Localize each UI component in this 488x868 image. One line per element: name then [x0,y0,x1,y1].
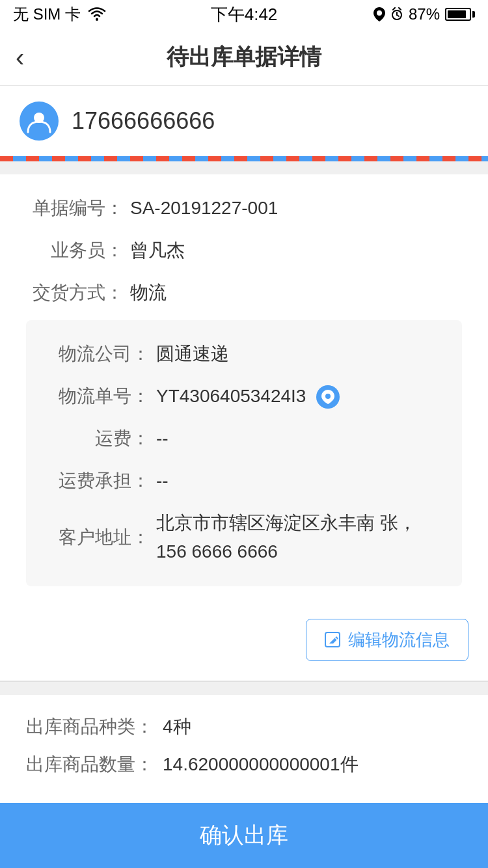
product-types-row: 出库商品种类： 4种 [26,714,462,739]
order-number-row: 单据编号： SA-20191227-001 [26,194,462,223]
delivery-method-value: 物流 [130,278,462,308]
freight-row: 运费： -- [52,424,436,454]
delivery-method-row: 交货方式： 物流 [26,278,462,308]
svg-point-1 [377,10,382,16]
order-info-section: 单据编号： SA-20191227-001 业务员： 曾凡杰 交货方式： 物流 … [0,174,488,606]
edit-btn-label: 编辑物流信息 [348,629,450,651]
svg-line-6 [399,8,401,10]
tracking-number-text: YT43064053424I3 [156,382,306,411]
status-bar: 无 SIM 卡 下午4:42 87% [0,0,488,29]
location-status-icon [373,7,385,21]
delivery-method-label: 交货方式： [26,278,124,308]
tracking-number-row: 物流单号： YT43064053424I3 [52,382,436,411]
address-row: 客户地址： 北京市市辖区海淀区永丰南 张，156 6666 6666 [52,509,436,567]
section-divider [0,681,488,682]
back-button[interactable]: ‹ [16,44,24,70]
track-location-button[interactable] [316,385,340,409]
sales-person-value: 曾凡杰 [130,236,462,265]
status-bar-right: 87% [373,5,475,23]
logistics-card: 物流公司： 圆通速递 物流单号： YT43064053424I3 运费： [26,320,462,586]
order-number-label: 单据编号： [26,194,124,223]
alarm-icon [390,7,403,21]
user-icon [27,109,51,133]
page-title: 待出库单据详情 [167,42,321,72]
edit-icon [325,632,342,649]
tracking-number-value: YT43064053424I3 [156,382,436,411]
sales-person-label: 业务员： [26,236,124,265]
product-types-value: 4种 [163,714,191,739]
dashed-separator [0,156,488,161]
sales-person-row: 业务员： 曾凡杰 [26,236,462,265]
logistics-company-value: 圆通速递 [156,340,436,369]
carrier-text: 无 SIM 卡 [13,4,81,25]
address-label: 客户地址： [52,523,150,552]
battery-text: 87% [409,5,440,23]
user-phone: 17666666666 [72,107,215,135]
user-header: 17666666666 [0,86,488,156]
nav-bar: ‹ 待出库单据详情 [0,29,488,86]
product-quantity-label: 出库商品数量： [26,752,156,777]
order-number-value: SA-20191227-001 [130,194,462,223]
svg-line-5 [393,8,395,10]
freight-label: 运费： [52,424,150,454]
freight-bearer-label: 运费承担： [52,467,150,496]
wifi-icon [87,7,107,21]
logistics-company-label: 物流公司： [52,340,150,369]
product-quantity-value: 14.620000000000001件 [163,752,359,777]
address-value: 北京市市辖区海淀区永丰南 张，156 6666 6666 [156,509,436,567]
confirm-btn-label: 确认出库 [200,821,288,850]
status-bar-left: 无 SIM 卡 [13,4,107,25]
map-pin-icon [321,390,334,404]
battery-icon [445,8,475,21]
confirm-button[interactable]: 确认出库 [0,803,488,868]
edit-btn-row: 编辑物流信息 [0,606,488,681]
svg-point-0 [96,18,98,21]
logistics-company-row: 物流公司： 圆通速递 [52,340,436,369]
svg-line-4 [397,15,399,16]
product-types-label: 出库商品种类： [26,714,156,739]
edit-logistics-button[interactable]: 编辑物流信息 [306,619,468,661]
freight-bearer-row: 运费承担： -- [52,467,436,496]
avatar [20,102,59,141]
tracking-number-label: 物流单号： [52,382,150,411]
status-bar-time: 下午4:42 [211,3,278,26]
freight-value: -- [156,424,436,454]
product-quantity-row: 出库商品数量： 14.620000000000001件 [26,752,462,777]
svg-point-8 [325,394,331,399]
freight-bearer-value: -- [156,467,436,496]
summary-section: 出库商品种类： 4种 出库商品数量： 14.620000000000001件 [0,695,488,796]
svg-rect-9 [325,632,340,647]
